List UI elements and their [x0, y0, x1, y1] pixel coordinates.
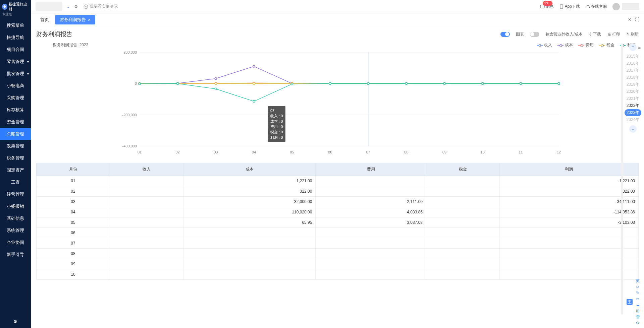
year-2017年[interactable]: 2017年 — [625, 67, 642, 74]
svg-text:-200,000: -200,000 — [122, 113, 137, 117]
ime-icon[interactable]: ✎ — [635, 290, 641, 296]
sidebar-item-7[interactable]: 库存核算 — [0, 104, 31, 116]
org-selector[interactable] — [36, 2, 62, 11]
svg-text:03: 03 — [214, 150, 218, 154]
legend-成本[interactable]: 成本 — [557, 42, 573, 48]
demo-text: 我要看实例演示 — [90, 4, 118, 9]
top-header: ⌄ ⚙ 我要看实例演示 99 + 消息 App下载 在线客服 — [31, 0, 644, 13]
year-2020年[interactable]: 2020年 — [625, 88, 642, 95]
year-2016年[interactable]: 2016年 — [625, 60, 642, 67]
col-成本: 成本 — [183, 163, 315, 176]
legend-税金[interactable]: 税金 — [599, 42, 614, 48]
table-row: 011,221.00-1,221.00 — [37, 176, 639, 186]
col-收入: 收入 — [110, 163, 183, 176]
svg-point-65 — [253, 82, 255, 84]
legend: 收入 成本 费用 税金 利润 — [537, 42, 635, 48]
refresh-button[interactable]: ↻ 刷新 — [626, 31, 639, 37]
legend-费用[interactable]: 费用 — [578, 42, 594, 48]
svg-point-85 — [558, 82, 560, 84]
sidebar-item-18[interactable]: 企业协同 — [0, 237, 31, 249]
ime-icon[interactable]: ⚙ — [635, 320, 641, 326]
chart-svg: -400,000-200,0000200,0000102030405060708… — [36, 49, 639, 156]
svg-rect-4 — [589, 7, 590, 8]
ime-icon[interactable]: 👕 — [635, 314, 641, 320]
sidebar-item-8[interactable]: 资金管理 — [0, 116, 31, 128]
sidebar-item-19[interactable]: 新手引导 — [0, 249, 31, 261]
app-download-button[interactable]: App下载 — [559, 4, 580, 9]
ime-icon[interactable]: ✂ — [635, 296, 641, 302]
col-月份: 月份 — [37, 163, 110, 176]
close-all-icon[interactable]: ✕ — [628, 17, 632, 22]
sidebar-item-4[interactable]: 批发管理▾ — [0, 68, 31, 80]
year-2018年[interactable]: 2018年 — [625, 74, 642, 81]
svg-text:0: 0 — [135, 81, 137, 85]
sidebar-item-5[interactable]: 小畅电商 — [0, 80, 31, 92]
msg-badge: 99 + — [543, 1, 553, 6]
brand-sub: 专业版 — [0, 12, 31, 17]
fullscreen-icon[interactable]: ⛶ — [635, 17, 639, 22]
org-dropdown-icon[interactable]: ⌄ — [66, 4, 70, 9]
year-2022年[interactable]: 2022年 — [625, 102, 642, 109]
chart-tooltip: 07收入 : 0成本 : 0费用 : 0税金 : 0利润 : 0 — [268, 106, 285, 142]
sidebar-item-12[interactable]: 固定资产 — [0, 164, 31, 176]
table-row: 09 — [37, 259, 639, 269]
org-settings-icon[interactable]: ⚙ — [74, 4, 78, 9]
legend-收入[interactable]: 收入 — [537, 42, 552, 48]
download-button[interactable]: ⇩ 下载 — [589, 31, 601, 37]
year-2015年[interactable]: 2015年 — [625, 53, 642, 60]
user-menu[interactable] — [612, 3, 639, 10]
sidebar-item-14[interactable]: 经营管理 — [0, 188, 31, 200]
table-row: 07 — [37, 238, 639, 249]
toggle-chart[interactable] — [500, 32, 510, 37]
col-利润: 利润 — [499, 163, 638, 176]
sidebar-item-11[interactable]: 税务管理 — [0, 152, 31, 164]
svg-point-79 — [329, 82, 331, 84]
table-row: 02322.00-322.00 — [37, 186, 639, 197]
ime-icon[interactable]: 英 — [635, 278, 641, 284]
ime-icon[interactable]: ☁ — [635, 302, 641, 308]
year-scroll-down-icon[interactable]: ⌄ — [629, 125, 637, 133]
sidebar-item-15[interactable]: 小畅报销 — [0, 200, 31, 212]
sidebar-item-10[interactable]: 发票管理 — [0, 140, 31, 152]
year-2023年[interactable]: 2023年 — [625, 109, 642, 116]
messages-button[interactable]: 99 + 消息 — [540, 4, 554, 9]
sidebar-item-17[interactable]: 系统管理 — [0, 224, 31, 237]
svg-point-41 — [253, 65, 255, 67]
table-row: 06 — [37, 228, 639, 238]
ime-icon[interactable]: ☺ — [635, 284, 641, 290]
tab-home[interactable]: 首页 — [36, 15, 54, 24]
demo-link[interactable]: 我要看实例演示 — [84, 4, 118, 9]
ime-logo-icon[interactable]: 王 — [627, 299, 633, 305]
year-2019年[interactable]: 2019年 — [625, 81, 642, 88]
customer-service-button[interactable]: 在线客服 — [585, 4, 607, 9]
sidebar-item-2[interactable]: 项目合同 — [0, 44, 31, 56]
sidebar-item-3[interactable]: 零售管理▾ — [0, 56, 31, 68]
settings-icon[interactable]: ⚙ — [0, 319, 31, 324]
svg-rect-3 — [586, 7, 586, 8]
toggle-extra[interactable] — [530, 32, 539, 37]
table-row: 08 — [37, 249, 639, 259]
svg-text:09: 09 — [442, 150, 446, 154]
year-scroll-up-icon[interactable]: ⌃ — [629, 44, 637, 51]
table-row: 0565.953,037.08-3,103.03 — [37, 217, 639, 228]
table-row: 04110,020.004,033.86-114,053.86 — [37, 207, 639, 217]
sidebar-item-9[interactable]: 总账管理 — [0, 128, 31, 140]
page-header: 财务利润报告 图表 包含营业外收入/成本 ⇩ 下载 🖨 打印 ↻ 刷新 — [31, 26, 644, 42]
data-table: 月份收入成本费用税金利润 011,221.00-1,221.0002322.00… — [36, 163, 639, 280]
sidebar-item-6[interactable]: 采购管理 — [0, 92, 31, 104]
sidebar-item-1[interactable]: 快捷导航 — [0, 31, 31, 44]
sidebar-item-13[interactable]: 工资 — [0, 176, 31, 188]
year-2021年[interactable]: 2021年 — [625, 95, 642, 102]
tab-close-icon[interactable]: × — [88, 17, 91, 22]
tab-report[interactable]: 财务利润报告 × — [55, 15, 95, 24]
page-title: 财务利润报告 — [36, 30, 72, 38]
svg-text:05: 05 — [290, 150, 294, 154]
svg-text:12: 12 — [557, 150, 561, 154]
svg-point-82 — [443, 82, 445, 84]
sidebar-item-16[interactable]: 基础信息 — [0, 212, 31, 224]
svg-text:04: 04 — [252, 150, 256, 154]
year-2024年[interactable]: 2024年 — [625, 116, 642, 123]
print-button[interactable]: 🖨 打印 — [607, 31, 620, 37]
sidebar-item-0[interactable]: 搜索菜单 — [0, 19, 31, 31]
ime-icon[interactable]: ⊞ — [635, 308, 641, 314]
